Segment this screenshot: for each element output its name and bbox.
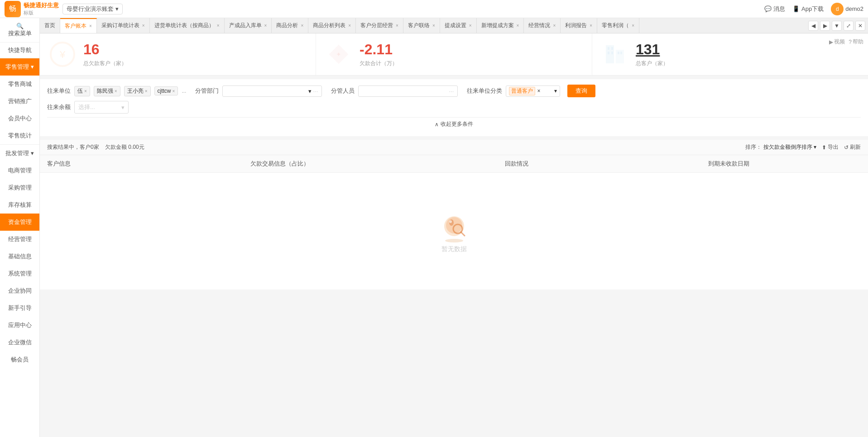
tab-close-product-analysis[interactable]: ×: [301, 23, 303, 28]
sidebar-item-marketing[interactable]: 营销推广: [0, 93, 39, 110]
help-icon: ?: [849, 39, 852, 45]
table-header: 客户信息 欠款交易信息（占比） 回款情况 到期未收款日期: [40, 155, 868, 173]
quick-nav-button[interactable]: 快捷导航: [0, 43, 39, 58]
refresh-button[interactable]: ↺ 刷新: [844, 143, 861, 151]
tab-next-button[interactable]: ▶: [820, 21, 830, 31]
tab-product-instock[interactable]: 产成品入库单 ×: [225, 18, 272, 33]
collapse-button[interactable]: ∧ 收起更多条件: [432, 118, 476, 131]
tab-instock-stats[interactable]: 进货单统计表（按商品） ×: [150, 18, 225, 33]
tab-close-product-instock[interactable]: ×: [264, 23, 267, 28]
filter-area: 往来单位 伍 × 陈民强 × 王小亮 × cjttcw: [40, 79, 868, 136]
filter-tag-unit4[interactable]: cjttcw ×: [154, 86, 178, 95]
tab-close-instock[interactable]: ×: [217, 23, 220, 28]
user-menu[interactable]: d demo2: [831, 3, 863, 15]
filter-tag-unit2[interactable]: 陈民强 ×: [94, 86, 120, 96]
sidebar-item-wholesale[interactable]: 批发管理 ▾: [0, 145, 39, 162]
filter-tag-unit3[interactable]: 王小亮 ×: [124, 86, 151, 96]
industry-selector[interactable]: 母婴行业演示账套 ▾: [62, 4, 123, 14]
balance-select[interactable]: 选择... ▾: [74, 101, 129, 114]
stat-info-debt: -2.11 欠款合计（万）: [360, 41, 398, 67]
chevron-sort-icon: ▾: [814, 144, 816, 150]
tab-close-retail[interactable]: ×: [632, 23, 634, 28]
tab-proposal-settings[interactable]: 提成设置 ×: [440, 18, 477, 33]
chevron-class-icon: ▾: [554, 88, 557, 94]
sidebar-item-membership[interactable]: 会员中心: [0, 110, 39, 127]
query-button[interactable]: 查询: [567, 85, 595, 97]
person-select[interactable]: ···: [358, 86, 458, 97]
sidebar-item-enterprise[interactable]: 企业协同: [0, 282, 39, 299]
tab-customer-book[interactable]: 客户账本 ×: [60, 18, 97, 33]
sidebar-item-finance[interactable]: 资金管理: [0, 214, 39, 231]
tab-close-contact[interactable]: ×: [432, 23, 435, 28]
remove-class-tag[interactable]: ×: [537, 88, 540, 94]
tab-purchase-order[interactable]: 采购订单统计表 ×: [97, 18, 150, 33]
sidebar-item-system[interactable]: 系统管理: [0, 265, 39, 282]
svg-rect-6: [608, 47, 609, 50]
remove-tag-unit3[interactable]: ×: [145, 89, 148, 94]
sort-control: 排序： 按欠款金额倒序排序 ▾: [745, 143, 816, 151]
tab-profit-report[interactable]: 利润报告 ×: [561, 18, 597, 33]
sidebar-search[interactable]: 🔍 搜索菜单: [0, 18, 39, 43]
stat-label-debt: 欠款合计（万）: [360, 60, 398, 67]
unit-class-select[interactable]: 普通客户 × ▾: [506, 86, 560, 97]
remove-tag-unit4[interactable]: ×: [173, 89, 175, 94]
tab-close-all-button[interactable]: ✕: [855, 21, 865, 31]
tab-operation-status[interactable]: 经营情况 ×: [524, 18, 561, 33]
video-help-button[interactable]: ▶ 视频: [829, 38, 845, 46]
more-tags-button[interactable]: ...: [182, 88, 186, 94]
dept-select[interactable]: ▾ ···: [222, 86, 322, 97]
unit-filter-label: 往来单位: [47, 87, 71, 95]
tab-prev-button[interactable]: ◀: [808, 21, 818, 31]
tab-close-operation[interactable]: ×: [553, 23, 556, 28]
export-button[interactable]: ⬆ 导出: [822, 143, 839, 151]
stat-total-debtors: ¥ 16 总欠款客户（家）: [40, 33, 316, 75]
app-download-button[interactable]: 📱 App下载: [792, 5, 824, 13]
tab-fullscreen-button[interactable]: ⤢: [844, 21, 854, 31]
tab-new-proposal[interactable]: 新增提成方案 ×: [477, 18, 524, 33]
sidebar-item-purchase[interactable]: 采购管理: [0, 179, 39, 196]
sidebar-item-retail-mgmt[interactable]: 零售管理 ▾: [0, 58, 39, 76]
tab-menu-button[interactable]: ▼: [832, 21, 842, 31]
tab-customer-segment[interactable]: 客户分层经营 ×: [356, 18, 403, 33]
main-layout: 🔍 搜索菜单 快捷导航 零售管理 ▾ 零售商城 营销推广 会员中心 零售统计 批…: [0, 18, 868, 437]
remove-tag-unit1[interactable]: ×: [84, 89, 87, 94]
sidebar-item-ecommerce[interactable]: 电商管理: [0, 162, 39, 179]
tab-close-segment[interactable]: ×: [396, 23, 398, 28]
logo-text: 畅捷通好生意 标版: [24, 2, 59, 16]
sidebar: 🔍 搜索菜单 快捷导航 零售管理 ▾ 零售商城 营销推广 会员中心 零售统计 批…: [0, 18, 40, 437]
svg-rect-7: [611, 47, 613, 50]
sidebar-item-vip[interactable]: 畅会员: [0, 351, 39, 368]
help-button[interactable]: ? 帮助: [849, 38, 863, 46]
tab-close-proposal[interactable]: ×: [469, 23, 472, 28]
remove-tag-unit2[interactable]: ×: [115, 89, 117, 94]
tab-close-customer-book[interactable]: ×: [89, 24, 92, 28]
result-bar: 搜索结果中，客户0家 欠款金额 0.00元 排序： 按欠款金额倒序排序 ▾ ⬆: [40, 140, 868, 155]
sidebar-item-operation[interactable]: 经营管理: [0, 231, 39, 248]
clear-person-icon[interactable]: ···: [449, 88, 454, 95]
clear-dept-icon[interactable]: ···: [313, 88, 318, 95]
sidebar-item-basic-info[interactable]: 基础信息: [0, 248, 39, 265]
messages-button[interactable]: 💬 消息: [764, 5, 785, 13]
industry-label: 母婴行业演示账套: [67, 5, 114, 13]
filter-tag-unit1[interactable]: 伍 ×: [74, 86, 90, 96]
sidebar-item-retail-stats[interactable]: 零售统计: [0, 127, 39, 144]
tab-retail-profit[interactable]: 零售利润（ ×: [597, 18, 639, 33]
tab-close-new-proposal[interactable]: ×: [517, 23, 519, 28]
sidebar-item-enterprise-wechat[interactable]: 企业微信: [0, 334, 39, 351]
tab-close-profit[interactable]: ×: [590, 23, 592, 28]
sidebar-item-app-center[interactable]: 应用中心: [0, 317, 39, 334]
tab-close-purchase-order[interactable]: ×: [142, 23, 145, 28]
sidebar-item-inventory[interactable]: 库存核算: [0, 196, 39, 214]
tab-home[interactable]: 首页: [40, 18, 60, 33]
chevron-dept-icon: ▾: [308, 88, 312, 95]
tab-product-analysis-list[interactable]: 商品分析列表 ×: [308, 18, 356, 33]
logo-icon: 畅: [5, 1, 21, 17]
chevron-balance-icon: ▾: [121, 104, 125, 111]
tab-customer-contact[interactable]: 客户联络 ×: [403, 18, 440, 33]
sidebar-item-newbie[interactable]: 新手引导: [0, 299, 39, 317]
tab-product-analysis[interactable]: 商品分析 ×: [272, 18, 308, 33]
tab-close-product-list[interactable]: ×: [348, 23, 351, 28]
sidebar-item-retail-mall[interactable]: 零售商城: [0, 76, 39, 93]
collapse-row: ∧ 收起更多条件: [47, 117, 861, 131]
sort-selector[interactable]: 按欠款金额倒序排序 ▾: [763, 143, 816, 151]
